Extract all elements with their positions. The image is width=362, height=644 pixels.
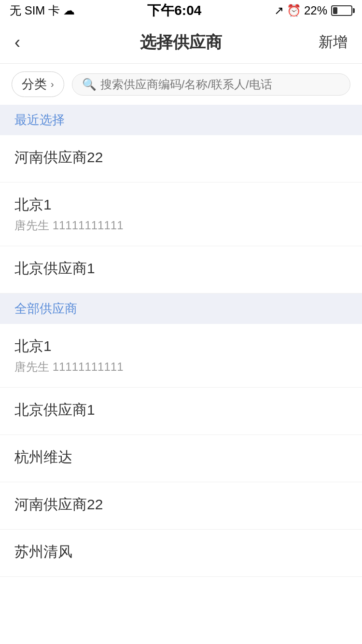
list-item[interactable]: 北京1唐先生 11111111111 [0,324,362,388]
list-item[interactable]: 北京1唐先生 11111111111 [0,182,362,246]
nav-bar: ‹ 选择供应商 新增 [0,21,362,64]
supplier-sub: 唐先生 11111111111 [14,218,348,233]
section-header-recent: 最近选择 [0,105,362,135]
sections-container: 最近选择河南供应商22北京1唐先生 11111111111北京供应商1全部供应商… [0,105,362,577]
category-label: 分类 [22,76,47,93]
section-header-text-all: 全部供应商 [14,301,77,316]
list-item[interactable]: 北京供应商1 [0,388,362,435]
supplier-name: 河南供应商22 [14,148,348,168]
list-item[interactable]: 苏州清风 [0,530,362,577]
sim-label: 无 SIM 卡 ☁ [10,3,75,18]
supplier-sub: 唐先生 11111111111 [14,359,348,375]
list-item[interactable]: 北京供应商1 [0,246,362,294]
search-input[interactable] [100,78,340,91]
supplier-name: 北京供应商1 [14,400,348,420]
alarm-icon: ⏰ [287,4,301,17]
location-icon: ↗ [274,4,284,17]
search-box[interactable]: 🔍 [72,73,350,96]
status-left: 无 SIM 卡 ☁ [10,3,75,18]
list-item[interactable]: 杭州维达 [0,435,362,482]
category-filter[interactable]: 分类 › [12,71,64,97]
supplier-name: 北京1 [14,195,348,215]
status-time: 下午6:04 [147,1,201,20]
supplier-name: 杭州维达 [14,448,348,467]
section-header-text-recent: 最近选择 [14,112,65,127]
chevron-right-icon: › [51,79,54,90]
battery-icon [331,5,352,16]
page-title: 选择供应商 [140,31,222,54]
list-item[interactable]: 河南供应商22 [0,135,362,182]
supplier-name: 北京1 [14,336,348,356]
section-header-all: 全部供应商 [0,294,362,324]
supplier-name: 北京供应商1 [14,259,348,279]
back-button[interactable]: ‹ [14,32,43,53]
list-item[interactable]: 河南供应商22 [0,482,362,530]
supplier-name: 河南供应商22 [14,495,348,515]
filter-bar: 分类 › 🔍 [0,64,362,105]
add-button[interactable]: 新增 [319,32,348,52]
search-icon: 🔍 [82,78,97,91]
supplier-name: 苏州清风 [14,542,348,562]
status-right: ↗ ⏰ 22% [274,4,352,17]
battery-percent: 22% [304,4,327,17]
status-bar: 无 SIM 卡 ☁ 下午6:04 ↗ ⏰ 22% [0,0,362,21]
